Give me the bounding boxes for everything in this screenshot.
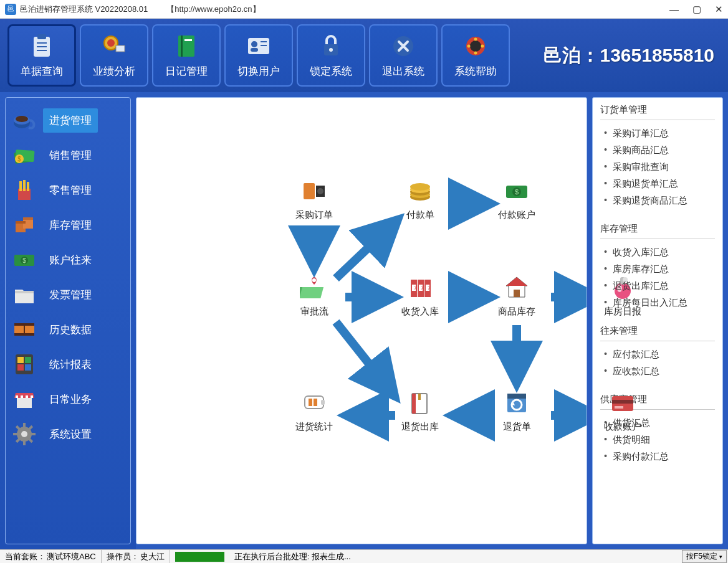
- sidebar-label: 库存管理: [49, 219, 92, 231]
- panel-link[interactable]: 库房库存汇总: [604, 261, 715, 278]
- panel-link[interactable]: 应付款汇总: [604, 346, 715, 363]
- status-account-value: 测试环境ABC: [47, 551, 96, 562]
- recv-icon: 777: [406, 273, 434, 302]
- svg-rect-52: [17, 398, 32, 408]
- svg-rect-13: [251, 48, 258, 52]
- ribbon-label: 切换用户: [237, 64, 280, 78]
- svg-rect-38: [16, 221, 26, 224]
- dropdown-icon: ▾: [719, 554, 722, 560]
- status-account-label: 当前套账：: [5, 551, 46, 562]
- ribbon-label: 退出系统: [382, 64, 424, 78]
- po-icon: [300, 177, 328, 206]
- sidebar-item-calc[interactable]: 统计报表: [8, 347, 128, 382]
- sidebar-item-boxes[interactable]: 库存管理: [8, 207, 128, 242]
- ribbon-lock-button[interactable]: 锁定系统: [297, 24, 365, 87]
- ribbon-chip-button[interactable]: 系统帮助: [441, 24, 510, 87]
- minimize-button[interactable]: —: [669, 4, 679, 15]
- panel-link[interactable]: 应收款汇总: [604, 363, 715, 380]
- svg-rect-107: [615, 406, 623, 409]
- svg-text:7: 7: [421, 285, 424, 291]
- sidebar-item-gear[interactable]: 系统设置: [8, 417, 128, 452]
- sidebar-item-folder[interactable]: 发票管理: [8, 277, 128, 312]
- film-icon: [12, 317, 37, 342]
- svg-rect-1: [37, 34, 46, 39]
- flow-node-stats[interactable]: 进货统计: [286, 389, 342, 433]
- ribbon-medal-button[interactable]: 业绩分析: [80, 24, 148, 87]
- sidebar-item-cash[interactable]: $销售管理: [8, 138, 128, 173]
- panel-link[interactable]: 供货明细: [604, 432, 715, 448]
- flow-node-ret[interactable]: 退货单: [489, 389, 545, 433]
- ribbon-close-x-button[interactable]: 退出系统: [369, 24, 438, 87]
- svg-rect-61: [31, 433, 36, 435]
- status-operator: 操作员： 史大江: [102, 550, 170, 563]
- panel-link[interactable]: 采购商品汇总: [604, 142, 715, 159]
- flow-node-recv[interactable]: 777收货入库: [392, 273, 448, 318]
- boxes-icon: [12, 212, 37, 237]
- svg-rect-65: [13, 433, 18, 435]
- svg-text:7: 7: [428, 285, 431, 291]
- sidebar-label: 系统设置: [49, 428, 92, 440]
- svg-point-69: [317, 188, 323, 194]
- panel-group-title: 库存管理: [600, 223, 715, 239]
- panel-link[interactable]: 采购退货商品汇总: [604, 192, 715, 209]
- flow-node-retout[interactable]: 退货出库: [392, 389, 448, 433]
- svg-text:$: $: [17, 156, 21, 163]
- ribbon-clipboard-button[interactable]: 单据查询: [7, 24, 76, 87]
- sidebar: 进货管理$销售管理零售管理库存管理$账户往来发票管理历史数据统计报表日常业务系统…: [0, 92, 136, 549]
- sidebar-item-cup[interactable]: 进货管理: [8, 103, 128, 138]
- svg-rect-59: [23, 423, 26, 428]
- svg-rect-7: [116, 45, 125, 52]
- sidebar-item-film[interactable]: 历史数据: [8, 312, 128, 347]
- sidebar-item-money[interactable]: $账户往来: [8, 242, 128, 277]
- money-icon: $: [12, 247, 37, 272]
- panel-link[interactable]: 库房每日出入汇总: [604, 295, 715, 311]
- flow-node-label: 退货单: [503, 421, 531, 433]
- gear-icon: [12, 422, 37, 447]
- panel-link[interactable]: 收货入库汇总: [604, 244, 715, 261]
- sidebar-label: 进货管理: [49, 115, 92, 126]
- book-icon: [173, 33, 199, 59]
- ribbon-user-card-button[interactable]: 切换用户: [224, 24, 293, 87]
- calc-icon: [12, 352, 37, 377]
- svg-rect-33: [19, 181, 22, 191]
- svg-text:7: 7: [414, 285, 417, 291]
- user-card-icon: [246, 33, 272, 59]
- approve-icon: [300, 273, 328, 302]
- flow-node-label: 采购订单: [295, 209, 333, 221]
- stock-icon: [502, 273, 531, 302]
- maximize-button[interactable]: ▢: [692, 4, 701, 15]
- panel-link[interactable]: 供货汇总: [604, 415, 715, 432]
- sidebar-label: 零售管理: [49, 184, 92, 196]
- lock-shortcut-button[interactable]: 按F5锁定 ▾: [682, 550, 727, 563]
- svg-rect-63: [23, 440, 26, 445]
- flow-node-approve[interactable]: 审批流: [286, 273, 342, 318]
- flow-node-pay[interactable]: 付款单: [392, 177, 448, 221]
- sidebar-item-shop[interactable]: 日常业务: [8, 382, 128, 417]
- lock-icon: [318, 33, 344, 59]
- ribbon-label: 单据查询: [21, 64, 63, 78]
- panel-link[interactable]: 采购退货单汇总: [604, 176, 715, 192]
- panel-link[interactable]: 退货出库汇总: [604, 278, 715, 295]
- svg-point-22: [474, 51, 477, 54]
- svg-rect-8: [178, 35, 194, 57]
- flow-node-stock[interactable]: 商品库存: [489, 273, 545, 318]
- svg-rect-79: [300, 287, 323, 298]
- svg-rect-67: [304, 183, 315, 199]
- brand-text: 邑泊：13651855810: [544, 43, 721, 69]
- svg-point-12: [251, 41, 257, 47]
- sidebar-item-fries[interactable]: 零售管理: [8, 173, 128, 207]
- flow-node-po[interactable]: 采购订单: [286, 177, 342, 221]
- svg-rect-56: [31, 395, 33, 398]
- sidebar-label: 统计报表: [49, 359, 92, 371]
- flow-node-payacc[interactable]: $付款账户: [489, 177, 545, 221]
- ribbon-book-button[interactable]: 日记管理: [152, 24, 221, 87]
- close-button[interactable]: ✕: [715, 4, 723, 15]
- sidebar-label: 账户往来: [49, 254, 92, 266]
- panel-link[interactable]: 采购订单汇总: [604, 125, 715, 142]
- panel-link[interactable]: 采购付款汇总: [604, 448, 715, 465]
- ribbon-label: 日记管理: [165, 64, 208, 78]
- panel-group: 往来管理应付款汇总应收款汇总: [600, 325, 715, 380]
- svg-point-17: [329, 48, 333, 52]
- lock-shortcut-label: 按F5锁定: [686, 551, 717, 562]
- panel-link[interactable]: 采购审批查询: [604, 159, 715, 176]
